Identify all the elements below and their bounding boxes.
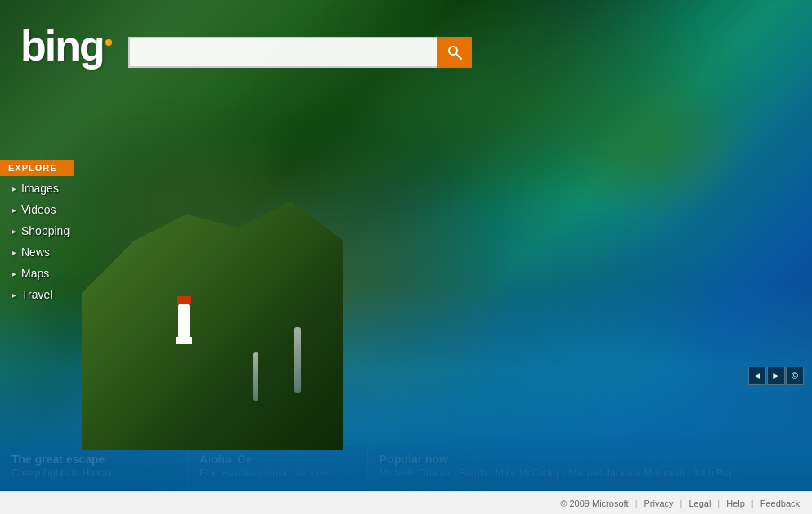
main-container: bing EXPLORE ▸ Images ▸: [0, 0, 812, 514]
sidebar-label-maps: Maps: [21, 267, 49, 280]
nav-arrows: ◄ ► ©: [748, 367, 804, 385]
search-input[interactable]: [128, 37, 437, 68]
strip-2-subtitle: Find Hawaiian music favorites: [200, 467, 356, 479]
nav-arrow-travel: ▸: [12, 291, 16, 300]
sidebar-item-videos[interactable]: ▸ Videos: [0, 199, 131, 220]
nav-arrow-images: ▸: [12, 184, 16, 193]
footer-feedback-link[interactable]: Feedback: [760, 498, 800, 508]
waterfall-2: [253, 352, 258, 401]
prev-button[interactable]: ◄: [748, 367, 766, 385]
sidebar-item-shopping[interactable]: ▸ Shopping: [0, 220, 131, 241]
footer-sep-3: |: [717, 498, 720, 508]
sidebar-label-images: Images: [21, 182, 59, 195]
strip-2-title: Aloha 'Oe: [200, 453, 356, 466]
sidebar-item-images[interactable]: ▸ Images: [0, 178, 131, 199]
strip-aloha[interactable]: Aloha 'Oe Find Hawaiian music favorites: [188, 446, 368, 491]
footer-legal-link[interactable]: Legal: [689, 498, 711, 508]
nav-arrow-maps: ▸: [12, 269, 16, 278]
nav-arrow-shopping: ▸: [12, 227, 16, 236]
sidebar-label-news: News: [21, 246, 50, 259]
sidebar-label-shopping: Shopping: [21, 224, 70, 237]
sidebar-item-travel[interactable]: ▸ Travel: [0, 284, 131, 305]
nav-arrow-videos: ▸: [12, 205, 16, 214]
waterfall-1: [294, 327, 301, 393]
lighthouse-base: [176, 337, 192, 344]
footer-sep-4: |: [751, 498, 754, 508]
svg-line-1: [456, 54, 461, 59]
hero-background: bing EXPLORE ▸ Images ▸: [0, 0, 812, 491]
lighthouse: [176, 296, 192, 344]
nav-arrow-news: ▸: [12, 248, 16, 257]
strip-3-title: Popular now: [379, 453, 801, 466]
sidebar: EXPLORE ▸ Images ▸ Videos ▸ Shopping ▸ N…: [0, 0, 131, 491]
footer-help-link[interactable]: Help: [726, 498, 745, 508]
sidebar-item-news[interactable]: ▸ News: [0, 241, 131, 263]
search-button[interactable]: [437, 37, 472, 68]
next-button[interactable]: ►: [767, 367, 785, 385]
strip-popular[interactable]: Popular now Michelle Obama · Fistula · M…: [368, 446, 812, 491]
explore-label: EXPLORE: [0, 160, 74, 176]
footer-privacy-link[interactable]: Privacy: [644, 498, 674, 508]
search-container: [128, 37, 472, 68]
settings-button[interactable]: ©: [786, 367, 804, 385]
lighthouse-tower: [178, 304, 190, 337]
search-icon: [446, 44, 463, 61]
footer-sep-2: |: [680, 498, 683, 508]
strip-3-subtitle: Michelle Obama · Fistula · Mike McCuddy …: [379, 467, 801, 479]
sidebar-label-travel: Travel: [21, 288, 52, 301]
copyright-text: © 2009 Microsoft: [560, 498, 628, 508]
sidebar-item-maps[interactable]: ▸ Maps: [0, 263, 131, 284]
sidebar-label-videos: Videos: [21, 203, 56, 216]
footer: © 2009 Microsoft | Privacy | Legal | Hel…: [0, 491, 812, 514]
lighthouse-top: [177, 296, 191, 304]
footer-sep-1: |: [635, 498, 638, 508]
